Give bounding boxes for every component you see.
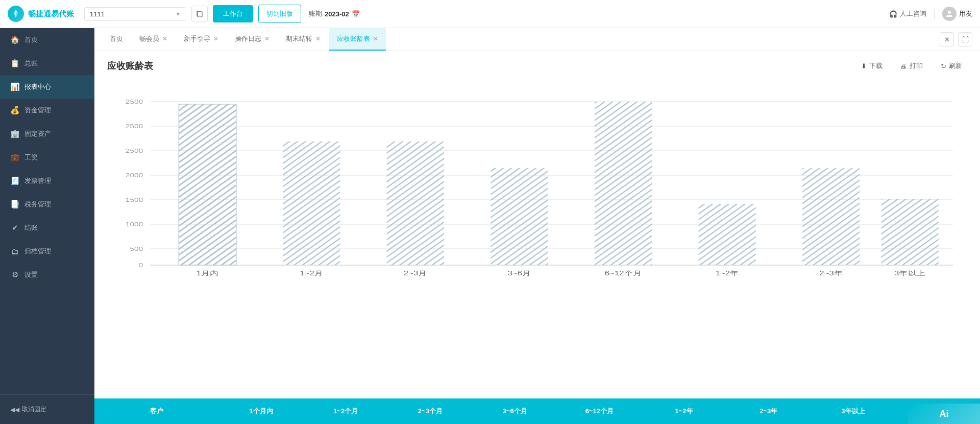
logo-icon (8, 6, 24, 22)
sidebar-item-assets[interactable]: 🏢 固定资产 (0, 122, 94, 146)
sidebar-item-tax[interactable]: 📑 税务管理 (0, 193, 94, 216)
sidebar-item-checkout[interactable]: ✔ 结账 (0, 216, 94, 240)
sidebar-item-label: 固定资产 (24, 129, 51, 138)
tab-guide[interactable]: 新手引导✕ (176, 28, 226, 51)
page-title: 应收账龄表 (107, 60, 153, 72)
table-col-6~12个月: 6~12个月 (557, 407, 642, 416)
tab-close-aging[interactable]: ✕ (373, 35, 378, 42)
svg-text:1~2月: 1~2月 (300, 270, 323, 276)
tab-aging[interactable]: 应收账龄表✕ (329, 28, 386, 51)
svg-text:0: 0 (139, 262, 143, 268)
sidebar-item-invoice[interactable]: 🧾 发票管理 (0, 169, 94, 193)
checkout-icon: ✔ (10, 223, 19, 232)
tab-period_end[interactable]: 期末结转✕ (278, 28, 328, 51)
tab-close-period_end[interactable]: ✕ (315, 35, 321, 42)
sidebar-item-label: 首页 (24, 35, 38, 44)
reports-icon: 📊 (10, 82, 19, 91)
print-button[interactable]: 🖨 打印 (895, 59, 928, 73)
tabs-list: 首页畅会员✕新手引导✕操作日志✕期末结转✕应收账龄表✕ (102, 28, 386, 51)
svg-point-1 (948, 11, 951, 14)
tab-close-member[interactable]: ✕ (162, 35, 167, 42)
sidebar: 🏠 首页 📋 总账 📊 报表中心 💰 资金管理 🏢 固定资产 💼 工资 🧾 发票… (0, 28, 94, 424)
logo-text: 畅捷通易代账 (28, 9, 74, 19)
svg-text:1~2年: 1~2年 (716, 270, 739, 276)
sidebar-item-label: 报表中心 (24, 82, 51, 91)
chart-area: 2500 2500 2500 2000 1500 1000 500 0 (94, 81, 980, 398)
svg-rect-20 (179, 104, 236, 265)
consult-button[interactable]: 🎧 人工咨询 (889, 9, 926, 18)
settings-icon: ⚙ (10, 270, 19, 279)
tab-label-oplog: 操作日志 (235, 34, 261, 43)
table-col-3~6个月: 3~6个月 (473, 407, 557, 416)
period-label: 账期 (309, 9, 322, 18)
sidebar-item-reports[interactable]: 📊 报表中心 (0, 75, 94, 99)
svg-text:2500: 2500 (126, 148, 143, 154)
tab-bar: 首页畅会员✕新手引导✕操作日志✕期末结转✕应收账龄表✕ ✕ ⛶ (94, 28, 980, 51)
tab-member[interactable]: 畅会员✕ (132, 28, 175, 51)
sidebar-item-funds[interactable]: 💰 资金管理 (0, 99, 94, 122)
svg-rect-21 (283, 142, 340, 265)
assets-icon: 🏢 (10, 129, 19, 138)
table-col-2~3个月: 2~3个月 (388, 407, 473, 416)
svg-text:2500: 2500 (126, 123, 143, 129)
table-col-2~3年: 2~3年 (726, 407, 811, 416)
sidebar-item-home[interactable]: 🏠 首页 (0, 28, 94, 52)
table-col-1~2年: 1~2年 (642, 407, 726, 416)
page-content: 应收账龄表 ⬇ 下载 🖨 打印 ↻ 刷新 (94, 51, 980, 424)
table-col-客户: 客户 (94, 407, 219, 416)
svg-rect-23 (491, 168, 548, 265)
cancel-fixed-button[interactable]: ◀◀ 取消固定 (0, 400, 94, 419)
pin-icon: ◀◀ (10, 406, 19, 413)
sidebar-item-label: 税务管理 (24, 200, 51, 209)
user-info[interactable]: 用友 (942, 7, 972, 21)
expand-tab-button[interactable]: ⛶ (958, 32, 972, 46)
close-tab-button[interactable]: ✕ (940, 32, 954, 46)
svg-text:3~6月: 3~6月 (507, 270, 531, 276)
svg-text:1500: 1500 (126, 197, 143, 203)
print-icon: 🖨 (900, 62, 907, 70)
workbench-button[interactable]: 工作台 (213, 5, 253, 22)
sidebar-item-label: 工资 (24, 153, 38, 162)
sidebar-item-salary[interactable]: 💼 工资 (0, 146, 94, 169)
sidebar-item-label: 归档管理 (24, 247, 51, 256)
table-col-1个月内: 1个月内 (219, 407, 304, 416)
refresh-button[interactable]: ↻ 刷新 (936, 59, 967, 73)
ai-badge[interactable]: Ai (908, 404, 980, 424)
copy-button[interactable] (191, 6, 208, 22)
app-container: 畅捷通易代账 1111 ▼ 工作台 切到旧版 账期 2023-02 📅 🎧 人工… (0, 0, 980, 424)
download-icon: ⬇ (861, 62, 867, 70)
calendar-icon[interactable]: 📅 (352, 10, 360, 18)
tab-label-member: 畅会员 (139, 34, 159, 43)
switch-version-button[interactable]: 切到旧版 (258, 5, 301, 23)
table-col-3年以上: 3年以上 (811, 407, 896, 416)
ledger-icon: 📋 (10, 59, 19, 68)
svg-rect-27 (881, 199, 939, 265)
funds-icon: 💰 (10, 106, 19, 115)
salary-icon: 💼 (10, 153, 19, 162)
tab-home[interactable]: 首页 (102, 28, 131, 51)
chart-container: 2500 2500 2500 2000 1500 1000 500 0 (107, 91, 967, 286)
company-selector[interactable]: 1111 ▼ (84, 7, 186, 21)
sidebar-item-archive[interactable]: 🗂 归档管理 (0, 240, 94, 263)
chevron-down-icon: ▼ (176, 11, 181, 17)
svg-rect-22 (387, 142, 444, 265)
sidebar-item-label: 资金管理 (24, 106, 51, 115)
main-content: 🏠 首页 📋 总账 📊 报表中心 💰 资金管理 🏢 固定资产 💼 工资 🧾 发票… (0, 28, 980, 424)
table-header: 客户1个月内1~2个月2~3个月3~6个月6~12个月1~2年2~3年3年以上合… (94, 398, 980, 424)
svg-text:2~3月: 2~3月 (404, 270, 427, 276)
tab-close-oplog[interactable]: ✕ (264, 35, 270, 42)
tab-label-aging: 应收账龄表 (337, 34, 370, 43)
period-display: 账期 2023-02 📅 (309, 9, 360, 18)
tab-close-guide[interactable]: ✕ (213, 35, 218, 42)
sidebar-item-ledger[interactable]: 📋 总账 (0, 52, 94, 75)
tab-actions: ✕ ⛶ (940, 32, 972, 46)
headset-icon: 🎧 (889, 10, 897, 18)
download-button[interactable]: ⬇ 下载 (856, 59, 888, 73)
page-header: 应收账龄表 ⬇ 下载 🖨 打印 ↻ 刷新 (94, 51, 980, 81)
svg-text:2500: 2500 (126, 99, 143, 105)
tab-oplog[interactable]: 操作日志✕ (227, 28, 277, 51)
tax-icon: 📑 (10, 200, 19, 209)
sidebar-item-settings[interactable]: ⚙ 设置 (0, 263, 94, 287)
sidebar-bottom: ◀◀ 取消固定 (0, 394, 94, 424)
sidebar-item-label: 总账 (24, 59, 38, 68)
